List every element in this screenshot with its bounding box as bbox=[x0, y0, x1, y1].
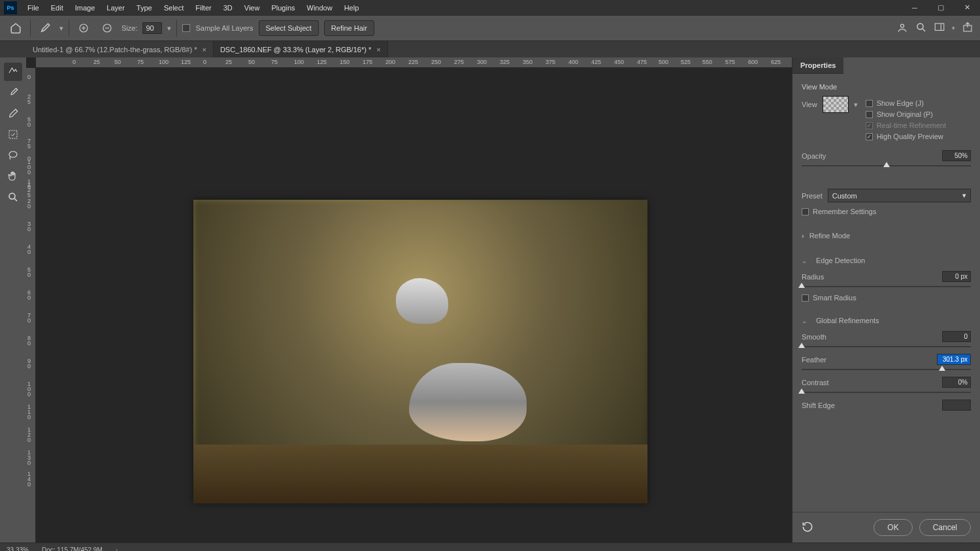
opacity-slider[interactable] bbox=[802, 165, 971, 166]
zoom-tool-icon[interactable] bbox=[4, 188, 22, 206]
menu-window[interactable]: Window bbox=[302, 1, 338, 14]
home-icon[interactable] bbox=[7, 19, 25, 37]
brush-tool-icon[interactable] bbox=[36, 19, 54, 37]
add-selection-icon[interactable] bbox=[74, 19, 93, 37]
preset-label: Preset bbox=[802, 192, 823, 200]
radius-input[interactable] bbox=[942, 271, 971, 282]
collapse-icon[interactable]: ⌄ bbox=[802, 257, 807, 264]
cancel-button[interactable]: Cancel bbox=[919, 519, 971, 536]
object-selection-tool-icon[interactable] bbox=[4, 125, 22, 144]
svg-point-3 bbox=[917, 24, 923, 29]
menu-file[interactable]: File bbox=[22, 1, 44, 14]
chevron-down-icon[interactable]: ▾ bbox=[952, 25, 955, 31]
menu-select[interactable]: Select bbox=[159, 1, 189, 14]
zoom-level[interactable]: 33.33% bbox=[7, 546, 29, 552]
shift-edge-input[interactable] bbox=[942, 400, 971, 411]
size-label: Size: bbox=[122, 24, 137, 32]
properties-tab[interactable]: Properties bbox=[792, 57, 843, 74]
menu-bar: File Edit Image Layer Type Select Filter… bbox=[22, 1, 364, 14]
menu-3d[interactable]: 3D bbox=[218, 1, 238, 14]
show-original-checkbox[interactable] bbox=[866, 111, 873, 118]
select-subject-button[interactable]: Select Subject bbox=[259, 20, 319, 36]
opacity-input[interactable] bbox=[942, 150, 971, 161]
hand-tool-icon[interactable] bbox=[4, 167, 22, 185]
quick-selection-tool-icon[interactable] bbox=[4, 63, 22, 81]
svg-rect-6 bbox=[9, 131, 17, 138]
share-icon[interactable] bbox=[962, 22, 973, 35]
reset-icon[interactable] bbox=[802, 521, 813, 534]
lasso-tool-icon[interactable] bbox=[4, 146, 22, 165]
smooth-label: Smooth bbox=[802, 333, 826, 341]
divider bbox=[30, 20, 31, 37]
feather-input[interactable] bbox=[937, 354, 971, 365]
smooth-slider[interactable] bbox=[802, 346, 971, 347]
chevron-right-icon[interactable]: › bbox=[116, 546, 118, 552]
size-input[interactable] bbox=[142, 22, 162, 34]
close-tab-icon[interactable]: × bbox=[202, 46, 206, 54]
menu-type[interactable]: Type bbox=[131, 1, 157, 14]
smooth-input[interactable] bbox=[942, 331, 971, 342]
menu-layer[interactable]: Layer bbox=[101, 1, 130, 14]
subtract-selection-icon[interactable] bbox=[98, 19, 116, 37]
canvas-area[interactable]: 0255075100125025507510012515017520022525… bbox=[26, 57, 792, 543]
svg-point-7 bbox=[9, 151, 17, 157]
window-controls: ─ ▢ ✕ bbox=[902, 0, 980, 15]
chevron-down-icon[interactable]: ▾ bbox=[167, 24, 171, 33]
workspace-icon[interactable] bbox=[934, 22, 945, 35]
hq-preview-checkbox[interactable] bbox=[866, 133, 873, 140]
sample-all-layers-checkbox[interactable] bbox=[182, 24, 190, 32]
smart-radius-checkbox[interactable] bbox=[802, 294, 809, 302]
expand-icon[interactable]: › bbox=[802, 232, 804, 240]
view-thumbnail[interactable] bbox=[823, 96, 849, 113]
options-bar: ▾ Size: ▾ Sample All Layers Select Subje… bbox=[0, 15, 980, 41]
divider bbox=[176, 20, 177, 37]
remember-settings-checkbox[interactable] bbox=[802, 208, 809, 215]
radius-slider[interactable] bbox=[802, 286, 971, 287]
ok-button[interactable]: OK bbox=[874, 519, 912, 536]
document-image[interactable] bbox=[193, 200, 647, 503]
menu-help[interactable]: Help bbox=[339, 1, 365, 14]
global-refinements-heading[interactable]: Global Refinements bbox=[816, 317, 879, 324]
maximize-button[interactable]: ▢ bbox=[928, 0, 954, 15]
radius-label: Radius bbox=[802, 273, 824, 281]
status-bar: 33.33% Doc: 115.7M/452.9M › bbox=[0, 543, 980, 551]
document-tab[interactable]: DSC_1860.NEF @ 33.3% (Layer 2, RGB/16*) … bbox=[214, 41, 388, 57]
smart-radius-label: Smart Radius bbox=[813, 294, 857, 302]
feather-slider[interactable] bbox=[802, 369, 971, 370]
hq-preview-label: High Quality Preview bbox=[877, 133, 943, 140]
collapse-icon[interactable]: ⌄ bbox=[802, 317, 807, 324]
realtime-refinement-label: Real-time Refinement bbox=[877, 121, 946, 129]
view-mode-heading: View Mode bbox=[802, 83, 971, 91]
show-edge-checkbox[interactable] bbox=[866, 100, 873, 107]
document-tab[interactable]: Untitled-1 @ 66.7% (12.Patch-the-grass, … bbox=[26, 41, 214, 57]
properties-panel: Properties View Mode View ▾ Show Edge (J… bbox=[792, 57, 980, 543]
close-tab-icon[interactable]: × bbox=[376, 46, 380, 54]
preset-dropdown[interactable]: Custom▾ bbox=[828, 189, 971, 202]
menu-edit[interactable]: Edit bbox=[46, 1, 69, 14]
refine-mode-heading[interactable]: Refine Mode bbox=[809, 232, 850, 240]
tools-panel bbox=[0, 57, 26, 543]
refine-edge-brush-icon[interactable] bbox=[4, 84, 22, 102]
contrast-input[interactable] bbox=[942, 377, 971, 388]
close-button[interactable]: ✕ bbox=[954, 0, 980, 15]
preset-value: Custom bbox=[832, 192, 857, 200]
cloud-account-icon[interactable] bbox=[896, 21, 909, 35]
edge-detection-heading[interactable]: Edge Detection bbox=[816, 257, 865, 264]
contrast-slider[interactable] bbox=[802, 392, 971, 393]
refine-hair-button[interactable]: Refine Hair bbox=[324, 20, 374, 36]
menu-image[interactable]: Image bbox=[70, 1, 101, 14]
sample-all-layers-label: Sample All Layers bbox=[195, 24, 253, 32]
menu-view[interactable]: View bbox=[239, 1, 265, 14]
menu-filter[interactable]: Filter bbox=[190, 1, 216, 14]
chevron-down-icon[interactable]: ▾ bbox=[854, 101, 858, 109]
minimize-button[interactable]: ─ bbox=[902, 0, 928, 15]
search-icon[interactable] bbox=[915, 22, 927, 35]
brush-tool-icon[interactable] bbox=[4, 104, 22, 123]
tab-title: Untitled-1 @ 66.7% (12.Patch-the-grass, … bbox=[33, 46, 197, 54]
opacity-label: Opacity bbox=[802, 152, 826, 160]
menu-plugins[interactable]: Plugins bbox=[266, 1, 300, 14]
chevron-down-icon[interactable]: ▾ bbox=[59, 24, 63, 33]
image-subject-dog bbox=[396, 278, 540, 467]
tab-title: DSC_1860.NEF @ 33.3% (Layer 2, RGB/16*) … bbox=[220, 46, 371, 54]
vertical-ruler: 02 55 07 51 0 01 2 501 02 03 04 05 06 07… bbox=[26, 68, 36, 543]
